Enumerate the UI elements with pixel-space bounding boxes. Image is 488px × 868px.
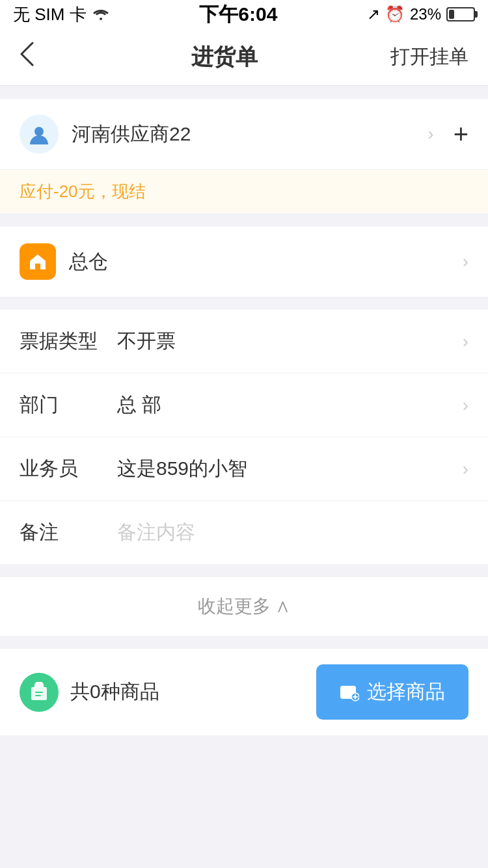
status-left: 无 SIM 卡	[13, 3, 110, 26]
supplier-actions: › +	[427, 121, 468, 147]
status-right: ↗ ⏰ 23%	[367, 5, 475, 23]
nav-bar: 进货单 打开挂单	[0, 29, 488, 86]
supplier-name: 河南供应商22	[72, 121, 427, 148]
remark-row[interactable]: 备注 备注内容	[0, 501, 488, 564]
form-section: 票据类型 不开票 › 部门 总 部 › 业务员 这是859的小智 › 备注 备注…	[0, 310, 488, 564]
bottom-bar: 共0种商品 选择商品	[0, 649, 488, 735]
product-count-text: 共0种商品	[70, 679, 159, 705]
wifi-icon	[92, 5, 110, 25]
warehouse-section: 总仓 ›	[0, 226, 488, 297]
department-chevron-icon: ›	[463, 395, 468, 416]
product-count-area: 共0种商品	[20, 673, 159, 712]
supplier-chevron-icon: ›	[427, 124, 433, 144]
department-row[interactable]: 部门 总 部 ›	[0, 373, 488, 437]
remark-input[interactable]: 备注内容	[111, 519, 468, 546]
svg-rect-1	[35, 264, 40, 269]
warehouse-name: 总仓	[69, 249, 463, 275]
salesperson-row[interactable]: 业务员 这是859的小智 ›	[0, 437, 488, 501]
department-label: 部门	[20, 392, 111, 418]
warehouse-chevron-icon: ›	[463, 251, 468, 272]
select-product-button[interactable]: 选择商品	[316, 664, 468, 720]
invoice-type-chevron-icon: ›	[463, 331, 468, 352]
location-icon: ↗	[367, 5, 380, 23]
warehouse-icon	[20, 243, 56, 280]
product-icon	[20, 673, 59, 712]
battery-text: 23%	[410, 5, 441, 23]
remark-label: 备注	[20, 519, 111, 546]
battery-icon	[446, 7, 475, 21]
collapse-bar[interactable]: 收起更多 ∧	[0, 577, 488, 636]
salesperson-value: 这是859的小智	[111, 455, 463, 482]
invoice-type-row[interactable]: 票据类型 不开票 ›	[0, 310, 488, 373]
alarm-icon: ⏰	[385, 5, 405, 23]
page-background	[0, 735, 488, 868]
supplier-avatar	[20, 115, 59, 154]
carrier-text: 无 SIM 卡	[13, 3, 87, 26]
department-value: 总 部	[111, 392, 463, 418]
select-product-label: 选择商品	[367, 679, 445, 705]
salesperson-chevron-icon: ›	[463, 459, 468, 480]
add-button[interactable]: +	[454, 121, 468, 147]
warehouse-row[interactable]: 总仓 ›	[0, 226, 488, 297]
invoice-type-value: 不开票	[111, 328, 463, 355]
section-gap-1	[0, 86, 488, 99]
status-bar: 无 SIM 卡 下午6:04 ↗ ⏰ 23%	[0, 0, 488, 29]
svg-rect-2	[31, 687, 47, 700]
status-time: 下午6:04	[199, 1, 277, 28]
salesperson-label: 业务员	[20, 455, 111, 482]
notice-bar: 应付-20元，现结	[0, 170, 488, 213]
invoice-type-label: 票据类型	[20, 328, 111, 355]
back-button[interactable]	[20, 42, 59, 72]
open-pending-button[interactable]: 打开挂单	[390, 44, 468, 70]
page-title: 进货单	[191, 42, 258, 72]
svg-point-0	[34, 127, 44, 136]
supplier-row[interactable]: 河南供应商22 › +	[0, 99, 488, 170]
supplier-section: 河南供应商22 › + 应付-20元，现结	[0, 99, 488, 213]
